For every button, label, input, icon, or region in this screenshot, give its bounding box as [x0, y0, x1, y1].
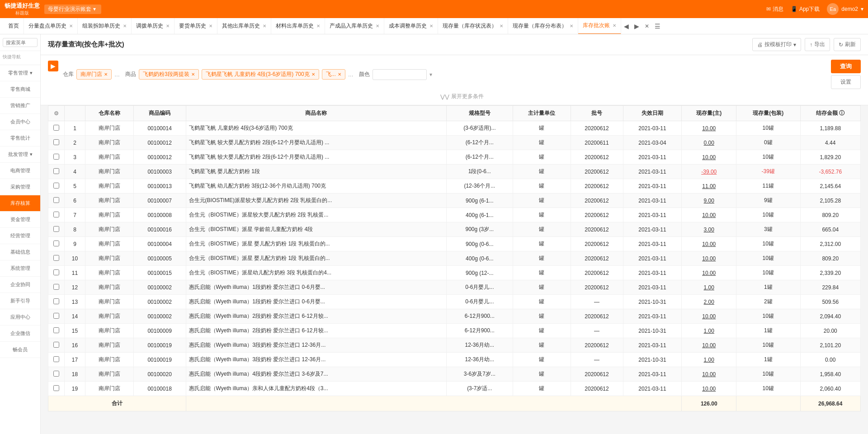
search-input[interactable] — [3, 38, 38, 47]
nav-arrow-right[interactable]: ▶ — [632, 23, 642, 30]
row-checkbox[interactable] — [48, 338, 65, 353]
row-checkbox[interactable] — [48, 251, 65, 266]
sidebar-item-basic-info[interactable]: 基础信息 — [0, 244, 40, 260]
row-checkbox[interactable] — [48, 193, 65, 208]
row-checkbox[interactable] — [48, 222, 65, 237]
row-qty[interactable]: 10.00 — [682, 208, 736, 222]
row-qty[interactable]: 10.00 — [682, 309, 736, 324]
row-qty[interactable]: 10.00 — [682, 251, 736, 266]
app-download-btn[interactable]: 📱 App下载 — [791, 5, 820, 13]
user-avatar[interactable]: Ea demo2 ▾ — [827, 3, 863, 15]
warehouse-tag[interactable]: 南岸门店 ✕ — [76, 69, 112, 80]
refresh-btn[interactable]: ↻ 刷新 — [834, 38, 861, 51]
nav-tab-9[interactable]: 现存量（库存状况表） ✕ — [438, 18, 508, 34]
row-qty[interactable]: 11.00 — [682, 179, 736, 193]
row-checkbox[interactable] — [48, 237, 65, 251]
row-qty[interactable]: 9.00 — [682, 193, 736, 208]
row-qty[interactable]: 2.00 — [682, 295, 736, 309]
setting-btn[interactable]: 设置 — [831, 75, 861, 89]
messages-btn[interactable]: ✉ 消息 — [766, 5, 783, 13]
sidebar-item-ecommerce[interactable]: 电商管理 — [0, 163, 40, 179]
row-expiry: 2021-03-11 — [623, 367, 682, 382]
row-checkbox[interactable] — [48, 367, 65, 382]
row-batch: — — [571, 353, 623, 367]
sidebar-item-retail-stats[interactable]: 零售统计 — [0, 130, 40, 146]
row-checkbox[interactable] — [48, 280, 65, 295]
row-batch: 20200612 — [571, 266, 623, 280]
sidebar-item-app-center[interactable]: 应用中心 — [0, 309, 40, 326]
sidebar-item-enterprise[interactable]: 企业协同 — [0, 277, 40, 293]
sidebar-item-newbie[interactable]: 新手引导 — [0, 293, 40, 309]
nav-tab-7[interactable]: 产成品入库单历史 ✕ — [325, 18, 384, 34]
nav-tab-11[interactable]: 库存批次账 ✕ — [578, 18, 621, 34]
row-qty[interactable]: 10.00 — [682, 338, 736, 353]
row-qty[interactable]: 10.00 — [682, 150, 736, 165]
row-checkbox[interactable] — [48, 121, 65, 136]
row-checkbox[interactable] — [48, 309, 65, 324]
row-checkbox[interactable] — [48, 324, 65, 338]
sidebar-item-wechat[interactable]: 企业微信 — [0, 326, 40, 342]
row-checkbox[interactable] — [48, 353, 65, 367]
sidebar-item-marketing[interactable]: 营销推广 — [0, 98, 40, 114]
color-input[interactable] — [373, 69, 427, 80]
row-qty-pkg: 11罐 — [736, 179, 801, 193]
nav-arrow-left[interactable]: ◀ — [621, 23, 632, 30]
nav-tab-4[interactable]: 要货单历史 ✕ — [175, 18, 217, 34]
row-qty[interactable]: 0.00 — [682, 136, 736, 150]
table-row: 10 南岸门店 00100005 合生元（BIOSTIME）派星 婴儿配方奶粉 … — [48, 251, 861, 266]
nav-tab-1[interactable]: 分量盘点单历史 ✕ — [24, 18, 78, 34]
row-checkbox[interactable] — [48, 266, 65, 280]
row-qty[interactable]: 1.00 — [682, 353, 736, 367]
account-selector[interactable]: 母婴行业演示账套 ▾ — [44, 5, 101, 14]
row-unit: 罐 — [513, 136, 571, 150]
sidebar-item-purchase[interactable]: 采购管理 — [0, 179, 40, 195]
nav-tab-10[interactable]: 现存量（库存分布表） ✕ — [508, 18, 578, 34]
sidebar-item-finance[interactable]: 资金管理 — [0, 212, 40, 228]
sidebar-item-wholesale[interactable]: 批发管理 ▾ — [0, 146, 40, 163]
nav-menu-btn[interactable]: ☰ — [652, 23, 663, 30]
sidebar-item-inventory[interactable]: 库存核算 — [0, 195, 40, 212]
product-tag-2[interactable]: 飞鹤星飞帆 儿童奶粉 4段(3-6岁适用) 700克 ✕ — [202, 69, 319, 80]
sidebar-item-member[interactable]: 会员中心 — [0, 114, 40, 130]
row-checkbox[interactable] — [48, 179, 65, 193]
row-qty[interactable]: -39.00 — [682, 165, 736, 179]
row-qty[interactable]: 1.00 — [682, 280, 736, 295]
row-qty[interactable]: 10.00 — [682, 237, 736, 251]
row-qty[interactable]: 10.00 — [682, 367, 736, 382]
sidebar-item-member2[interactable]: 畅会员 — [0, 342, 40, 358]
th-settings[interactable]: ⚙ — [48, 106, 65, 121]
nav-tab-5[interactable]: 其他出库单历史 ✕ — [217, 18, 271, 34]
product-tag-1[interactable]: 飞鹤奶粉3段两提装 ✕ — [139, 69, 199, 80]
row-checkbox[interactable] — [48, 165, 65, 179]
nav-tab-3[interactable]: 调拨单历史 ✕ — [132, 18, 175, 34]
row-qty[interactable]: 3.00 — [682, 222, 736, 237]
row-batch: 20200612 — [571, 251, 623, 266]
nav-tab-6[interactable]: 材料出库单历史 ✕ — [271, 18, 325, 34]
nav-close-btn[interactable]: ✕ — [642, 23, 652, 29]
sidebar-item-operation[interactable]: 经营管理 — [0, 228, 40, 244]
row-qty[interactable]: 1.00 — [682, 324, 736, 338]
row-checkbox[interactable] — [48, 136, 65, 150]
nav-tab-2[interactable]: 组装拆卸单历史 ✕ — [78, 18, 132, 34]
row-qty[interactable]: 10.00 — [682, 266, 736, 280]
expand-more-btn[interactable]: ⋁⋁ 展开更多条件 — [440, 93, 484, 100]
export-btn[interactable]: ↑ 导出 — [805, 38, 830, 51]
print-btn[interactable]: 🖨 按模板打印 ▾ — [752, 38, 801, 51]
row-checkbox[interactable] — [48, 295, 65, 309]
sidebar-item-retail-management[interactable]: 零售管理 ▾ — [0, 65, 40, 81]
row-checkbox[interactable] — [48, 382, 65, 396]
row-amount: 2,105.28 — [800, 193, 860, 208]
row-qty[interactable]: 10.00 — [682, 382, 736, 396]
sidebar-item-system[interactable]: 系统管理 — [0, 260, 40, 277]
row-qty[interactable]: 10.00 — [682, 121, 736, 136]
row-warehouse: 南岸门店 — [85, 280, 134, 295]
product-tag-more[interactable]: 飞... ✕ — [322, 69, 345, 80]
row-checkbox[interactable] — [48, 150, 65, 165]
row-checkbox[interactable] — [48, 208, 65, 222]
nav-tab-8[interactable]: 成本调整单历史 ✕ — [384, 18, 438, 34]
sidebar-item-retail-mall[interactable]: 零售商城 — [0, 81, 40, 98]
filter-expand-btn[interactable]: ▶ — [48, 61, 58, 71]
nav-tab-home[interactable]: 首页 — [4, 18, 24, 34]
row-qty-pkg: 9罐 — [736, 193, 801, 208]
query-btn[interactable]: 查询 — [831, 60, 861, 73]
